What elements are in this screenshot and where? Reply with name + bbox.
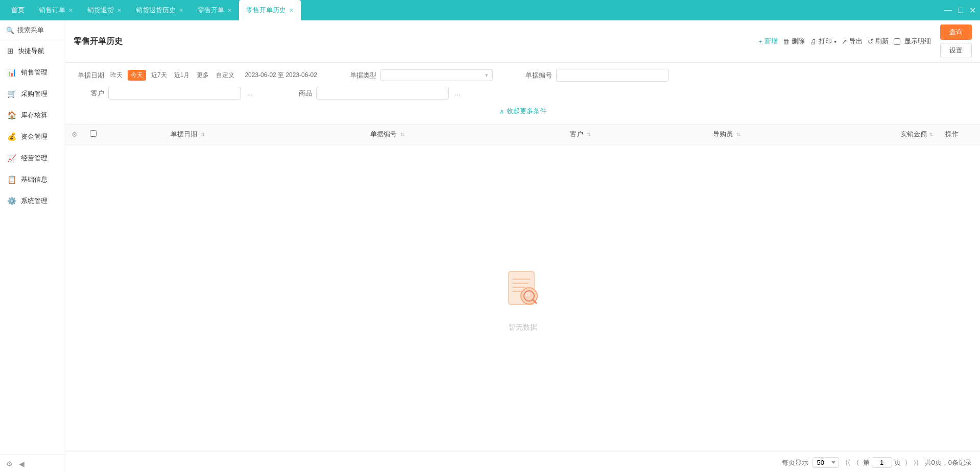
page-number-input[interactable]: [872, 457, 892, 468]
table-settings-icon[interactable]: ⚙: [71, 131, 78, 138]
export-button[interactable]: ↗ 导出: [842, 37, 863, 46]
th-guide[interactable]: 导购员: [707, 125, 878, 144]
tab-sales-order-close[interactable]: ✕: [68, 7, 73, 14]
tab-home[interactable]: 首页: [4, 0, 32, 20]
minimize-button[interactable]: —: [944, 6, 952, 15]
goods-dots-button[interactable]: ...: [455, 89, 461, 97]
date-filter: 昨天 今天 近7天 近1月 更多 自定义: [108, 70, 236, 81]
sidebar-item-sales-mgmt[interactable]: 📊 销售管理: [0, 62, 65, 83]
add-icon: +: [758, 38, 762, 45]
type-field: 单据类型 ▾: [348, 69, 493, 81]
search-row-2: 客户 ... 商品 ...: [76, 87, 970, 99]
number-label: 单据编号: [523, 71, 552, 80]
display-button[interactable]: 显示明细: [894, 37, 931, 46]
th-number[interactable]: 单据编号: [364, 125, 564, 144]
number-input[interactable]: [556, 69, 668, 82]
tab-sales-return-history-label: 销货退货历史: [136, 6, 176, 15]
type-select[interactable]: ▾: [380, 69, 493, 81]
tab-sales-return[interactable]: 销货退货 ✕: [80, 0, 129, 20]
purchase-icon: 🛒: [7, 89, 17, 98]
content-area: 零售开单历史 + 新增 🗑 删除 🖨 打印 ▾ ↗ 导出: [65, 20, 980, 473]
tab-retail-open-history-close[interactable]: ✕: [289, 7, 294, 14]
th-amount: 实销金额 ⇅: [878, 125, 939, 144]
1month-btn[interactable]: 近1月: [172, 70, 192, 81]
print-label: 打印: [819, 37, 832, 46]
tab-home-label: 首页: [11, 6, 25, 15]
tab-sales-return-close[interactable]: ✕: [117, 7, 122, 14]
customer-label: 客户: [76, 89, 104, 98]
th-customer[interactable]: 客户: [564, 125, 707, 144]
tab-sales-return-label: 销货退货: [87, 6, 114, 15]
tab-sales-order[interactable]: 销售订单 ✕: [32, 0, 80, 20]
sidebar-search[interactable]: 🔍 搜索采单: [0, 20, 65, 40]
select-all-checkbox[interactable]: [90, 130, 97, 137]
close-button[interactable]: ✕: [969, 6, 976, 15]
sidebar-item-inventory-label: 库存核算: [21, 111, 47, 120]
last-page-button[interactable]: ⟩⟩: [912, 458, 921, 467]
custom-btn[interactable]: 自定义: [214, 70, 236, 81]
tab-retail-open-close[interactable]: ✕: [227, 7, 232, 14]
page-label: 第: [863, 458, 870, 467]
sidebar-item-inventory[interactable]: 🏠 库存核算: [0, 105, 65, 126]
sidebar-item-system[interactable]: ⚙️ 系统管理: [0, 190, 65, 212]
next-page-button[interactable]: ⟩: [903, 458, 910, 467]
yesterday-btn[interactable]: 昨天: [108, 70, 125, 81]
goods-input[interactable]: [316, 87, 449, 99]
sidebar-item-purchase-mgmt-label: 采购管理: [21, 89, 47, 98]
maximize-button[interactable]: □: [958, 6, 963, 15]
empty-state: 暂无数据: [65, 144, 980, 452]
sidebar-collapse-button[interactable]: ◀: [19, 460, 25, 468]
refresh-button[interactable]: ↺ 刷新: [868, 37, 889, 46]
page-title: 零售开单历史: [74, 36, 758, 47]
tab-retail-open[interactable]: 零售开单 ✕: [190, 0, 239, 20]
sidebar-item-basic-info-label: 基础信息: [21, 175, 47, 184]
customer-field: 客户 ...: [76, 87, 253, 99]
tab-sales-return-history-close[interactable]: ✕: [179, 7, 183, 14]
goods-label: 商品: [283, 89, 312, 98]
sidebar-item-operation[interactable]: 📈 经营管理: [0, 147, 65, 169]
today-btn[interactable]: 今天: [128, 70, 146, 81]
delete-button[interactable]: 🗑 删除: [783, 37, 805, 46]
7days-btn[interactable]: 近7天: [149, 70, 169, 81]
tab-retail-open-history[interactable]: 零售开单历史 ✕: [239, 0, 301, 20]
first-page-button[interactable]: ⟨⟨: [843, 458, 852, 467]
page-size-label: 每页显示: [782, 458, 808, 467]
toolbar-actions: + 新增 🗑 删除 🖨 打印 ▾ ↗ 导出 ↺ 刷新: [758, 24, 972, 58]
date-field: 单据日期 昨天 今天 近7天 近1月 更多 自定义 2023-06-02 至 2…: [76, 70, 317, 81]
sales-icon: 📊: [7, 68, 17, 77]
page-label-end: 页: [894, 458, 901, 467]
sidebar-item-sales-mgmt-label: 销售管理: [21, 68, 47, 77]
th-date[interactable]: 单据日期: [164, 125, 364, 144]
th-settings[interactable]: ⚙: [65, 125, 84, 144]
customer-input[interactable]: [108, 87, 241, 99]
th-checkbox[interactable]: [84, 125, 164, 144]
search-icon: 🔍: [6, 27, 14, 34]
sidebar-item-operation-label: 经营管理: [21, 154, 47, 163]
add-button[interactable]: + 新增: [758, 37, 778, 46]
th-actions: 操作: [939, 125, 980, 144]
data-table: ⚙ 单据日期 单据编号 客户: [65, 125, 980, 144]
print-button[interactable]: 🖨 打印 ▾: [810, 37, 836, 46]
customer-dots-button[interactable]: ...: [247, 89, 253, 97]
date-label: 单据日期: [76, 71, 104, 80]
th-amount-sort-icon[interactable]: ⇅: [929, 132, 933, 137]
basic-info-icon: 📋: [7, 175, 17, 184]
settings-button[interactable]: 设置: [940, 43, 972, 58]
sidebar-item-quick-nav[interactable]: ⊞ 快捷导航: [0, 40, 65, 62]
sidebar: 🔍 搜索采单 ⊞ 快捷导航 📊 销售管理 🛒 采购管理 🏠 库存核算 💰 资金管…: [0, 20, 65, 473]
query-button[interactable]: 查询: [940, 24, 972, 40]
sidebar-item-purchase-mgmt[interactable]: 🛒 采购管理: [0, 83, 65, 105]
sidebar-item-finance[interactable]: 💰 资金管理: [0, 126, 65, 147]
search-panel: 单据日期 昨天 今天 近7天 近1月 更多 自定义 2023-06-02 至 2…: [65, 63, 980, 125]
collapse-bar[interactable]: ∧ 收起更多条件: [76, 105, 970, 118]
empty-illustration: [497, 264, 548, 315]
prev-page-button[interactable]: ⟨: [854, 458, 861, 467]
sidebar-item-basic-info[interactable]: 📋 基础信息: [0, 169, 65, 190]
pagination: 每页显示 20 50 100 ⟨⟨ ⟨ 第 页 ⟩ ⟩⟩ 共0页，0条记录: [65, 452, 980, 473]
display-checkbox[interactable]: [894, 38, 900, 45]
more-btn[interactable]: 更多: [195, 70, 211, 81]
tab-sales-return-history[interactable]: 销货退货历史 ✕: [129, 0, 190, 20]
export-label: 导出: [849, 37, 863, 46]
page-size-select[interactable]: 20 50 100: [812, 457, 839, 468]
sidebar-settings-button[interactable]: ⚙: [6, 460, 13, 468]
